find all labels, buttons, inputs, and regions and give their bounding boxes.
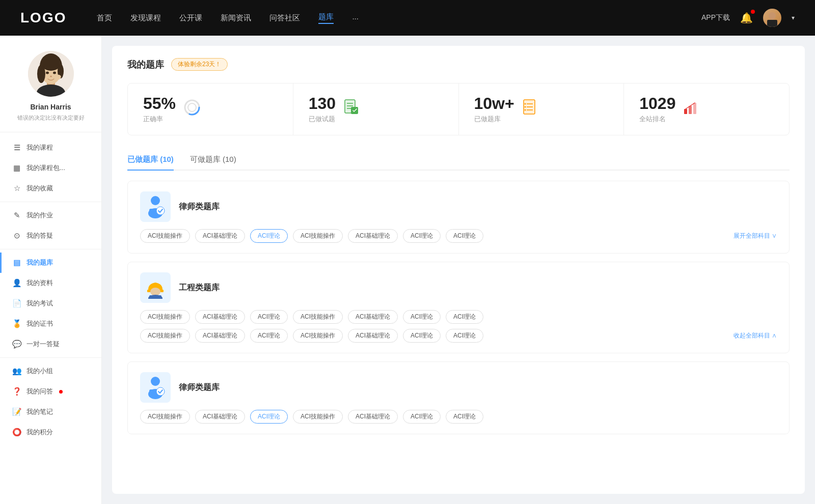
qbank-card-lawyer2: 律师类题库 ACI技能操作 ACI基础理论 ACI理论 ACI技能操作 ACI基… [127, 361, 790, 434]
sidebar-item-points[interactable]: ⭕ 我的积分 [0, 422, 101, 442]
svg-point-40 [150, 288, 160, 296]
qbank-lawyer1-icon [140, 191, 171, 222]
nav-qa[interactable]: 问答社区 [269, 13, 300, 23]
sidebar-item-course-package[interactable]: ▦ 我的课程包... [0, 158, 101, 178]
user-avatar [28, 51, 74, 97]
profile-icon: 👤 [12, 278, 21, 288]
sidebar: Brian Harris 错误的决定比没有决定要好 ☰ 我的课程 ▦ 我的课程包… [0, 36, 102, 504]
sidebar-item-certificate[interactable]: 🏅 我的证书 [0, 314, 101, 334]
tag-lawyer2-6[interactable]: ACI理论 [403, 410, 441, 424]
svg-rect-33 [689, 106, 692, 114]
qbank-engineer-title: 工程类题库 [179, 283, 220, 293]
tag-lawyer1-2[interactable]: ACI基础理论 [195, 229, 245, 243]
tag-eng-10[interactable]: ACI理论 [250, 329, 288, 343]
tag-lawyer1-5[interactable]: ACI基础理论 [348, 229, 398, 243]
sidebar-item-favorites-label: 我的收藏 [26, 184, 53, 193]
nav-home[interactable]: 首页 [97, 13, 112, 23]
stat-done-banks: 10w+ 已做题库 [459, 83, 624, 135]
svg-point-17 [188, 103, 196, 111]
tag-eng-9[interactable]: ACI基础理论 [195, 329, 245, 343]
tab-done[interactable]: 已做题库 (10) [127, 150, 174, 170]
stat-done-banks-value: 10w+ [474, 95, 514, 113]
user-motto: 错误的决定比没有决定要好 [17, 114, 85, 122]
tag-lawyer2-1[interactable]: ACI技能操作 [140, 410, 190, 424]
tag-eng-14[interactable]: ACI理论 [446, 329, 483, 343]
myqa-notification-dot [59, 390, 63, 394]
answerqa-icon: ⊙ [12, 231, 21, 240]
tag-eng-12[interactable]: ACI基础理论 [348, 329, 398, 343]
sidebar-item-course-package-label: 我的课程包... [26, 163, 65, 173]
tag-eng-6[interactable]: ACI理论 [403, 310, 441, 324]
qbank-engineer-tags-row1: ACI技能操作 ACI基础理论 ACI理论 ACI技能操作 ACI基础理论 AC… [140, 310, 777, 324]
nav-more[interactable]: ··· [352, 14, 359, 22]
qbank-card-engineer-header: 工程类题库 [140, 272, 777, 303]
stat-done-banks-label: 已做题库 [474, 115, 514, 124]
qbank-engineer-tags-row2: ACI技能操作 ACI基础理论 ACI理论 ACI技能操作 ACI基础理论 AC… [140, 329, 777, 343]
tab-available[interactable]: 可做题库 (10) [190, 150, 236, 170]
qbank-icon: ▤ [12, 258, 21, 267]
sidebar-item-favorites[interactable]: ☆ 我的收藏 [0, 178, 101, 199]
sidebar-item-tutoring[interactable]: 💬 一对一答疑 [0, 334, 101, 354]
svg-point-12 [50, 76, 52, 77]
svg-point-35 [151, 196, 160, 205]
tag-lawyer1-1[interactable]: ACI技能操作 [140, 229, 190, 243]
tutoring-icon: 💬 [12, 340, 21, 349]
tag-lawyer2-4[interactable]: ACI技能操作 [293, 410, 343, 424]
user-menu-chevron-icon[interactable]: ▾ [792, 14, 795, 21]
nav-open-course[interactable]: 公开课 [179, 13, 202, 23]
tag-lawyer1-4[interactable]: ACI技能操作 [293, 229, 343, 243]
sidebar-item-points-label: 我的积分 [26, 428, 53, 437]
tag-eng-7[interactable]: ACI理论 [446, 310, 483, 324]
tag-eng-2[interactable]: ACI基础理论 [195, 310, 245, 324]
nav-discover[interactable]: 发现课程 [130, 13, 161, 23]
tag-eng-5[interactable]: ACI基础理论 [348, 310, 398, 324]
avatar-image [763, 9, 781, 27]
sidebar-item-answerqa[interactable]: ⊙ 我的答疑 [0, 226, 101, 246]
sidebar-item-homework[interactable]: ✎ 我的作业 [0, 205, 101, 226]
tag-lawyer2-2[interactable]: ACI基础理论 [195, 410, 245, 424]
qbank-card-engineer: 工程类题库 ACI技能操作 ACI基础理论 ACI理论 ACI技能操作 ACI基… [127, 262, 790, 353]
sidebar-item-tutoring-label: 一对一答疑 [26, 340, 60, 349]
user-name: Brian Harris [30, 103, 71, 111]
header: LOGO 首页 发现课程 公开课 新闻资讯 问答社区 题库 ··· APP下载 … [0, 0, 815, 36]
tag-eng-1[interactable]: ACI技能操作 [140, 310, 190, 324]
app-download-button[interactable]: APP下载 [701, 13, 730, 22]
favorites-icon: ☆ [12, 184, 21, 193]
tag-eng-4[interactable]: ACI技能操作 [293, 310, 343, 324]
nav-qbank[interactable]: 题库 [318, 12, 334, 24]
main-nav: 首页 发现课程 公开课 新闻资讯 问答社区 题库 ··· [97, 12, 701, 24]
sidebar-menu: ☰ 我的课程 ▦ 我的课程包... ☆ 我的收藏 ✎ 我的作业 ⊙ 我的答疑 [0, 132, 101, 447]
sidebar-item-notes[interactable]: 📝 我的笔记 [0, 402, 101, 422]
tag-eng-8[interactable]: ACI技能操作 [140, 329, 190, 343]
sidebar-item-group[interactable]: 👥 我的小组 [0, 361, 101, 381]
tag-eng-11[interactable]: ACI技能操作 [293, 329, 343, 343]
tag-lawyer1-6[interactable]: ACI理论 [403, 229, 441, 243]
certificate-icon: 🏅 [12, 319, 21, 328]
user-avatar-header[interactable] [763, 9, 781, 27]
expand-lawyer1-link[interactable]: 展开全部科目 ∨ [734, 232, 777, 240]
page-title-row: 我的题库 体验剩余23天！ [127, 58, 790, 71]
banks-checklist-icon [522, 99, 539, 120]
notification-bell-icon[interactable]: 🔔 [740, 12, 753, 24]
tag-lawyer2-7[interactable]: ACI理论 [446, 410, 483, 424]
tag-eng-3[interactable]: ACI理论 [250, 310, 288, 324]
sidebar-item-course-label: 我的课程 [26, 143, 53, 152]
nav-news[interactable]: 新闻资讯 [221, 13, 251, 23]
sidebar-item-homework-label: 我的作业 [26, 211, 53, 220]
sidebar-item-exam[interactable]: 📄 我的考试 [0, 293, 101, 314]
page-title: 我的题库 [127, 59, 164, 71]
main-content: 我的题库 体验剩余23天！ 55% 正确率 [112, 46, 805, 494]
stats-row: 55% 正确率 130 已做试题 [127, 83, 790, 135]
tag-eng-13[interactable]: ACI理论 [403, 329, 441, 343]
collapse-engineer-link[interactable]: 收起全部科目 ∧ [734, 331, 777, 340]
sidebar-item-qbank[interactable]: ▤ 我的题库 [0, 253, 101, 273]
stat-rank-label: 全站排名 [639, 115, 675, 124]
questions-document-icon [343, 99, 360, 120]
tag-lawyer1-7[interactable]: ACI理论 [446, 229, 483, 243]
sidebar-item-profile[interactable]: 👤 我的资料 [0, 273, 101, 293]
tag-lawyer2-5[interactable]: ACI基础理论 [348, 410, 398, 424]
sidebar-item-myqa[interactable]: ❓ 我的问答 [0, 381, 101, 402]
tag-lawyer1-3[interactable]: ACI理论 [250, 229, 288, 243]
tag-lawyer2-3[interactable]: ACI理论 [250, 410, 288, 424]
sidebar-item-course[interactable]: ☰ 我的课程 [0, 137, 101, 158]
